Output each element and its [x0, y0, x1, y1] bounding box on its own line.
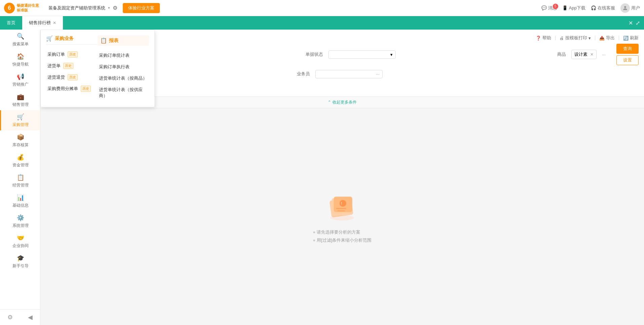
- divider: [555, 36, 556, 40]
- purchase-order-item[interactable]: 采购订单 历史: [46, 49, 98, 60]
- empty-hint-text: 请先选择要分析的方案 用[过滤]条件来缩小分析范围: [313, 228, 372, 244]
- sales-icon: 💼: [17, 93, 24, 100]
- sidebar-bottom: ⚙ ◀: [0, 309, 40, 325]
- purchase-expense-item[interactable]: 采购费用分摊单 历史: [46, 83, 98, 94]
- home-icon: 🏠: [17, 53, 24, 60]
- refresh-btn[interactable]: 🔄 刷新: [623, 35, 639, 41]
- purchase-business-title: 🛒 采购业务: [46, 35, 98, 45]
- message-icon: 💬: [541, 5, 547, 10]
- tab-home[interactable]: 首页: [0, 16, 22, 30]
- goods-label: 商品: [546, 51, 566, 57]
- sidebar-item-finance[interactable]: 💰 资金管理: [0, 151, 40, 171]
- report-title: 📋 报表: [98, 35, 149, 46]
- staff-label: 业务员: [290, 71, 310, 77]
- sidebar-item-purchase[interactable]: 🛒 采购管理: [0, 110, 40, 130]
- logo-icon: 6: [4, 3, 15, 13]
- history-badge-1: 历史: [68, 51, 78, 57]
- tab-sales-ranking[interactable]: 销售排行榜 ✕: [22, 16, 63, 30]
- sidebar: 🔍 搜索菜单 🏠 快捷导航 📢 营销推广 💼 销售管理 🛒 采购管理 📦 库存核…: [0, 30, 40, 325]
- sidebar-item-collab[interactable]: 🤝 企业协同: [0, 231, 40, 251]
- message-badge: 5: [553, 4, 558, 9]
- empty-state: ! 请先选择要分析的方案 用[过滤]条件来缩小分析范围: [40, 108, 644, 325]
- tab-close-icon[interactable]: ✕: [53, 21, 56, 25]
- collab-icon: 🤝: [17, 234, 24, 242]
- sidebar-item-nav[interactable]: 🏠 快捷导航: [0, 50, 40, 70]
- svg-point-5: [339, 200, 346, 207]
- refresh-icon: 🔄: [623, 36, 629, 41]
- print-dropdown-icon: ▾: [588, 36, 591, 41]
- sidebar-collapse-icon[interactable]: ◀: [28, 314, 33, 321]
- avatar: [620, 3, 630, 13]
- purchase-order-stat-item[interactable]: 采购订单统计表: [98, 50, 149, 61]
- purchase-icon: 🛒: [17, 113, 24, 121]
- headset-icon: 🎧: [591, 5, 596, 10]
- tab-bar: 首页 销售排行榜 ✕ ✕ ⤢: [0, 16, 644, 30]
- sidebar-item-management[interactable]: 📋 经营管理: [0, 171, 40, 191]
- finance-icon: 💰: [17, 154, 24, 161]
- status-label: 单据状态: [303, 51, 323, 57]
- goods-stat-by-supplier-item[interactable]: 进货单统计表（按供应商）: [98, 84, 149, 101]
- app-download-item[interactable]: 📱 App下载: [562, 5, 585, 11]
- settings-icon[interactable]: ⚙: [113, 5, 117, 11]
- toolbar-right: ❓ 帮助 🖨 按模板打印 ▾ 📤 导出: [536, 35, 639, 41]
- divider2: [595, 36, 595, 40]
- top-right: 💬 消息 5 📱 App下载 🎧 在线客服 用户: [541, 3, 640, 13]
- set-btn[interactable]: 设置: [616, 55, 639, 65]
- sidebar-item-basic[interactable]: 📊 基础信息: [0, 191, 40, 211]
- phone-icon: 📱: [562, 5, 568, 10]
- query-btn[interactable]: 查询: [616, 44, 639, 54]
- goods-return-item[interactable]: 进货退货 历史: [46, 72, 98, 83]
- sidebar-item-inventory[interactable]: 📦 库存核算: [0, 130, 40, 151]
- status-dropdown-icon: ▾: [390, 52, 393, 57]
- history-badge-4: 历史: [81, 86, 91, 92]
- history-badge-3: 历史: [68, 74, 78, 80]
- user-item[interactable]: 用户: [620, 3, 640, 13]
- sidebar-item-marketing[interactable]: 📢 营销推广: [0, 70, 40, 90]
- search-icon: 🔍: [17, 33, 24, 40]
- basic-icon: 📊: [17, 194, 24, 201]
- logo-area: 6 畅捷通好生意 标准版: [4, 3, 44, 13]
- industry-btn[interactable]: 体验行业方案: [123, 3, 160, 13]
- export-icon: 📤: [599, 36, 605, 41]
- svg-point-0: [624, 6, 626, 8]
- report-section: 📋 报表 采购订单统计表 采购订单执行表 进货单统计表（按商品） 进货单统计表（…: [98, 35, 149, 101]
- system-title: 装备及固定资产辅助管理系统 ▾ ⚙ 体验行业方案: [48, 3, 541, 13]
- goods-tag-close[interactable]: ✕: [590, 52, 594, 57]
- guide-icon: 🎓: [17, 254, 24, 262]
- divider3: [619, 36, 619, 40]
- history-badge-2: 历史: [63, 63, 73, 69]
- print-btn[interactable]: 🖨 按模板打印 ▾: [560, 35, 591, 41]
- sidebar-item-sales[interactable]: 💼 销售管理: [0, 90, 40, 110]
- message-item[interactable]: 💬 消息 5: [541, 5, 557, 11]
- svg-rect-8: [337, 210, 345, 211]
- status-select[interactable]: ▾: [328, 50, 396, 59]
- purchase-order-exec-item[interactable]: 采购订单执行表: [98, 61, 149, 73]
- print-icon: 🖨: [560, 36, 564, 41]
- report-icon: 📋: [100, 37, 107, 44]
- help-btn[interactable]: ❓ 帮助: [536, 35, 551, 41]
- inventory-icon: 📦: [17, 133, 24, 141]
- sidebar-item-system[interactable]: ⚙️ 系统管理: [0, 211, 40, 231]
- sidebar-item-search[interactable]: 🔍 搜索菜单: [0, 30, 40, 50]
- goods-receipt-item[interactable]: 进货单 历史: [46, 60, 98, 72]
- staff-dots: ···: [376, 72, 380, 77]
- purchase-business-section: 🛒 采购业务 采购订单 历史 进货单 历史 进货退货 历史: [46, 35, 98, 101]
- empty-illustration: !: [322, 189, 362, 223]
- goods-stat-by-goods-item[interactable]: 进货单统计表（按商品）: [98, 73, 149, 84]
- close-window-icon[interactable]: ✕: [629, 20, 633, 26]
- management-icon: 📋: [17, 174, 24, 181]
- sidebar-settings-icon[interactable]: ⚙: [7, 314, 13, 321]
- service-item[interactable]: 🎧 在线客服: [591, 5, 615, 11]
- dropdown-grid: 🛒 采购业务 采购订单 历史 进货单 历史 进货退货 历史: [46, 35, 149, 101]
- marketing-icon: 📢: [17, 73, 24, 80]
- export-btn[interactable]: 📤 导出: [599, 35, 615, 41]
- maximize-icon[interactable]: ⤢: [636, 20, 640, 26]
- logo-text: 畅捷通好生意 标准版: [17, 3, 39, 12]
- system-dropdown-arrow[interactable]: ▾: [108, 6, 110, 10]
- goods-tag[interactable]: 设计素 ✕: [571, 50, 597, 59]
- goods-more-icon[interactable]: ···: [602, 52, 606, 57]
- main-layout: 🔍 搜索菜单 🏠 快捷导航 📢 营销推广 💼 销售管理 🛒 采购管理 📦 库存核…: [0, 30, 644, 325]
- sidebar-item-guide[interactable]: 🎓 新手引导: [0, 251, 40, 272]
- staff-select[interactable]: ···: [315, 70, 383, 78]
- svg-rect-7: [336, 208, 346, 209]
